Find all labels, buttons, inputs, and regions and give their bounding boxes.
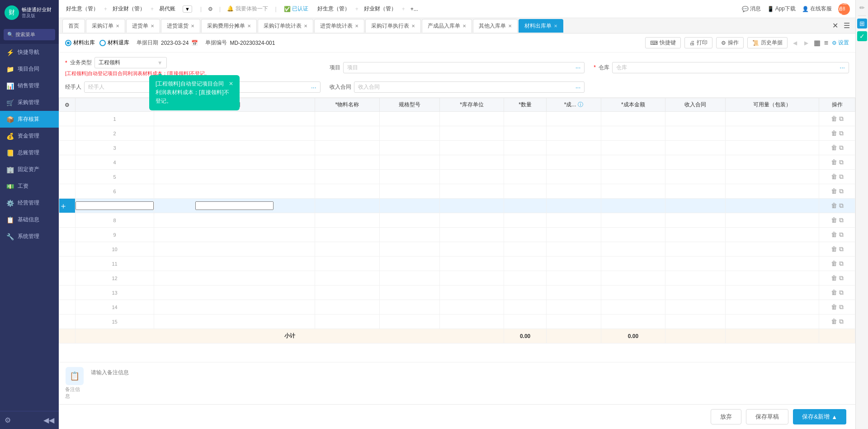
tab-close-material-issue[interactable]: ✕: [554, 24, 557, 29]
add-row-button[interactable]: ＋: [59, 200, 67, 211]
delete-row-13[interactable]: 🗑: [830, 288, 838, 297]
copy-row-14[interactable]: ⧉: [838, 302, 844, 312]
copy-row-add[interactable]: ⧉: [838, 201, 844, 210]
sidebar-item-ledger[interactable]: 📒 总账管理: [0, 144, 59, 161]
topbar-nav-more-btn[interactable]: ▼: [183, 5, 192, 13]
sidebar-item-finance[interactable]: 💰 资金管理: [0, 128, 59, 144]
copy-row-15[interactable]: ⧉: [838, 317, 844, 326]
sidebar-item-system[interactable]: 🔧 系统管理: [0, 228, 59, 245]
sidebar-item-sales[interactable]: 📊 销售管理: [0, 77, 59, 94]
tab-view-toggle-button[interactable]: ☰: [842, 20, 852, 31]
delete-row-8[interactable]: 🗑: [830, 215, 838, 224]
settings-gear-button[interactable]: ⚙: [5, 416, 11, 424]
save-new-button[interactable]: 保存&新增 ▲: [793, 409, 846, 424]
radio-material-return[interactable]: 材料退库: [99, 39, 129, 47]
info-icon[interactable]: ⓘ: [578, 101, 583, 108]
save-draft-button[interactable]: 保存草稿: [746, 409, 788, 424]
tab-close-other-receipt[interactable]: ✕: [508, 24, 512, 29]
right-tool-green-button[interactable]: ✓: [857, 31, 867, 41]
tab-purchase-stats[interactable]: 采购订单统计表✕: [258, 19, 313, 33]
topbar-nav2-haoyecai[interactable]: 好业财（管）: [362, 5, 398, 13]
delete-row-10[interactable]: 🗑: [830, 244, 838, 253]
tab-close-purchase-order[interactable]: ✕: [116, 24, 119, 29]
tab-home[interactable]: 首页: [62, 19, 85, 33]
copy-row-4[interactable]: ⧉: [838, 157, 844, 167]
delete-row-11[interactable]: 🗑: [830, 259, 838, 268]
tab-close-receipt-stats[interactable]: ✕: [355, 24, 359, 29]
warehouse-input[interactable]: 仓库 ···: [612, 62, 849, 73]
sidebar-item-shortcut[interactable]: ⚡ 快捷导航: [0, 44, 59, 61]
sidebar-item-purchase[interactable]: 🛒 采购管理: [0, 94, 59, 111]
tab-material-issue[interactable]: 材料出库单✕: [519, 19, 563, 33]
message-button[interactable]: 💬 消息: [742, 5, 761, 13]
copy-row-9[interactable]: ⧉: [838, 230, 844, 239]
sidebar-item-project[interactable]: 📁 项目合同: [0, 61, 59, 77]
tab-purchase-exec[interactable]: 采购订单执行表✕: [365, 19, 421, 33]
tab-other-receipt[interactable]: 其他入库单✕: [473, 19, 518, 33]
income-contract-input[interactable]: 收入合同 ···: [354, 81, 585, 93]
copy-row-12[interactable]: ⧉: [838, 273, 844, 283]
project-dots-icon[interactable]: ···: [576, 64, 581, 71]
copy-row-3[interactable]: ⧉: [838, 143, 844, 153]
sidebar-item-salary[interactable]: 💵 工资: [0, 178, 59, 195]
topbar-settings-button[interactable]: ⚙: [208, 6, 213, 12]
delete-row-6[interactable]: 🗑: [830, 186, 838, 195]
topbar-dropdown-button[interactable]: ▼: [183, 5, 192, 13]
delete-row-3[interactable]: 🗑: [830, 143, 838, 152]
tab-receipt-return[interactable]: 进货退货✕: [161, 19, 200, 33]
delete-row-14[interactable]: 🗑: [830, 302, 838, 311]
tab-purchase-split[interactable]: 采购费用分摊单✕: [201, 19, 257, 33]
topbar-nav2-more[interactable]: +...: [409, 6, 420, 12]
copy-row-13[interactable]: ⧉: [838, 288, 844, 297]
sidebar-item-basic[interactable]: 📋 基础信息: [0, 211, 59, 228]
copy-row-6[interactable]: ⧉: [838, 186, 844, 196]
list-view-button[interactable]: ≡: [824, 39, 828, 47]
project-input[interactable]: 项目 ···: [343, 62, 585, 73]
topbar-nav-yidaizhang[interactable]: 易代账: [157, 5, 177, 13]
tab-close-receipt-return[interactable]: ✕: [191, 24, 194, 29]
close-all-tabs-button[interactable]: ✕: [830, 20, 840, 31]
handler-dots-icon[interactable]: ···: [311, 84, 316, 91]
right-tool-edit-button[interactable]: ✏: [857, 3, 867, 13]
search-menu-button[interactable]: 🔍 搜索菜单: [4, 29, 55, 40]
copy-row-2[interactable]: ⧉: [838, 129, 844, 138]
sidebar-item-assets[interactable]: 🏢 固定资产: [0, 161, 59, 178]
warehouse-dots-icon[interactable]: ···: [840, 64, 845, 71]
th-settings[interactable]: ⚙: [59, 98, 75, 112]
online-service-button[interactable]: 👤 在线客服: [802, 5, 832, 13]
operation-button[interactable]: ⚙ 操作: [716, 37, 744, 48]
business-type-input[interactable]: 工程领料 ▼: [94, 57, 167, 68]
delete-row-5[interactable]: 🗑: [830, 172, 838, 181]
tab-purchase-order[interactable]: 采购订单✕: [86, 19, 125, 33]
topbar-nav-haoyecai[interactable]: 好业财（管）: [111, 5, 147, 13]
tab-receipt[interactable]: 进货单✕: [126, 19, 160, 33]
add-row-col1-input[interactable]: [75, 201, 154, 210]
settings-button[interactable]: ⚙ 设置: [832, 39, 849, 47]
radio-material-out[interactable]: 材料出库: [65, 39, 95, 47]
tab-receipt-stats[interactable]: 进货单统计表✕: [314, 19, 364, 33]
print-button[interactable]: 🖨 打印: [684, 37, 712, 48]
sidebar-item-ops[interactable]: ⚙️ 经营管理: [0, 195, 59, 211]
delete-row-4[interactable]: 🗑: [830, 157, 838, 167]
shortcut-keys-button[interactable]: ⌨ 快捷键: [645, 37, 681, 48]
tab-close-receipt[interactable]: ✕: [151, 24, 154, 29]
tab-close-purchase-stats[interactable]: ✕: [304, 24, 307, 29]
tooltip-close-button[interactable]: ✕: [229, 80, 233, 88]
tab-close-purchase-exec[interactable]: ✕: [411, 24, 415, 29]
calendar-icon[interactable]: 📅: [191, 40, 198, 46]
delete-row-12[interactable]: 🗑: [830, 273, 838, 282]
income-contract-dots-icon[interactable]: ···: [576, 84, 581, 91]
discard-button[interactable]: 放弃: [711, 409, 741, 424]
collapse-sidebar-button[interactable]: ◀◀: [43, 416, 54, 424]
app-download-button[interactable]: 📱 App下载: [767, 5, 796, 13]
tab-finished-goods[interactable]: 产成品入库单✕: [422, 19, 472, 33]
right-tool-view-button[interactable]: ⊞: [857, 19, 867, 29]
copy-row-5[interactable]: ⧉: [838, 172, 844, 181]
delete-row-add[interactable]: 🗑: [830, 201, 838, 210]
copy-row-10[interactable]: ⧉: [838, 244, 844, 254]
topbar-nav2-haoshengyi[interactable]: 好生意（管）: [316, 5, 352, 13]
copy-row-11[interactable]: ⧉: [838, 259, 844, 268]
add-row-col2-input[interactable]: [195, 201, 274, 210]
copy-row-8[interactable]: ⧉: [838, 215, 844, 225]
delete-row-1[interactable]: 🗑: [830, 114, 838, 123]
